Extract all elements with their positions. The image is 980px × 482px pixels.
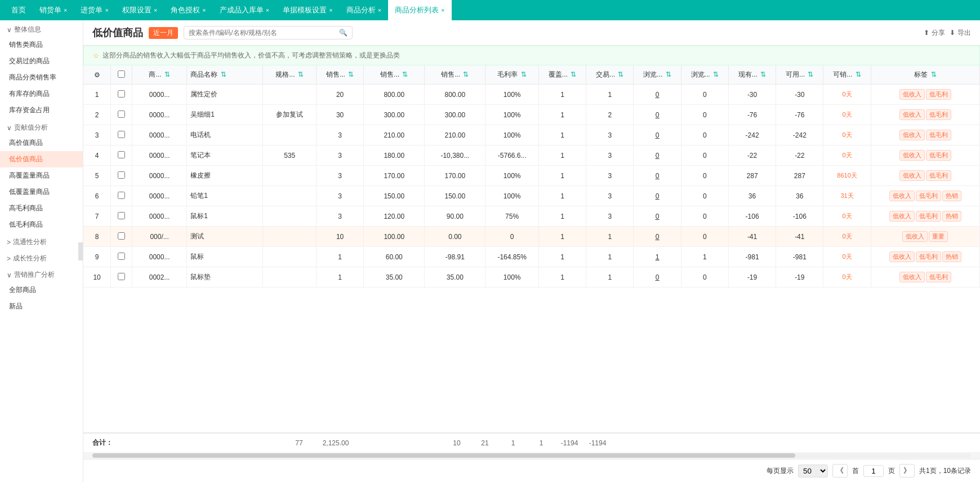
row-checkbox[interactable]: [118, 151, 125, 158]
sort-trade-icon[interactable]: ⇅: [618, 70, 623, 78]
cell-code[interactable]: 0000...: [132, 186, 186, 206]
cell-name[interactable]: 吴细细1: [187, 105, 263, 125]
cell-name[interactable]: 橡皮擦: [187, 166, 263, 186]
cell-browse1[interactable]: 0: [634, 267, 681, 288]
cell-code[interactable]: 0000...: [132, 247, 186, 267]
nav-goods-analysis[interactable]: 商品分析 ×: [340, 0, 388, 20]
cell-name[interactable]: 鼠标1: [187, 206, 263, 227]
cell-code[interactable]: 0000...: [132, 105, 186, 125]
sidebar-item-high-coverage[interactable]: 高覆盖量商品: [0, 167, 83, 184]
sort-margin-icon[interactable]: ⇅: [521, 70, 527, 78]
cell-browse1[interactable]: 0: [634, 105, 681, 125]
sort-amount-icon[interactable]: ⇅: [463, 70, 469, 78]
nav-close-role[interactable]: ×: [202, 7, 206, 14]
cell-browse1[interactable]: 0: [634, 186, 681, 206]
cell-name[interactable]: 测试: [187, 227, 263, 247]
sidebar-collapse-btn[interactable]: 《: [78, 242, 83, 260]
nav-goods-analysis-list[interactable]: 商品分析列表 ×: [388, 0, 451, 20]
sort-browse1-icon[interactable]: ⇅: [666, 70, 671, 78]
nav-close-sales[interactable]: ×: [64, 7, 67, 14]
sidebar-item-category-sales[interactable]: 商品分类销售率: [0, 69, 83, 86]
cell-name[interactable]: 鼠标: [187, 247, 263, 267]
search-input[interactable]: [189, 29, 337, 37]
cell-browse1[interactable]: 0: [634, 227, 681, 247]
nav-close-template[interactable]: ×: [329, 7, 332, 14]
sidebar-item-sales-goods[interactable]: 销售类商品: [0, 37, 83, 53]
sort-qty-icon[interactable]: ⇅: [348, 70, 354, 78]
cell-name[interactable]: 铅笔1: [187, 186, 263, 206]
sidebar-group-contribution[interactable]: ∨ 贡献值分析: [0, 118, 83, 135]
nav-close-goods-analysis[interactable]: ×: [378, 7, 381, 14]
cell-code[interactable]: 0000...: [132, 166, 186, 186]
row-checkbox[interactable]: [118, 212, 125, 219]
sort-browse2-icon[interactable]: ⇅: [713, 70, 719, 78]
nav-close-purchase[interactable]: ×: [105, 7, 108, 14]
cell-browse1[interactable]: 0: [634, 85, 681, 105]
cell-name[interactable]: 电话机: [187, 125, 263, 145]
nav-template[interactable]: 单据模板设置 ×: [276, 0, 339, 20]
search-icon[interactable]: 🔍: [339, 29, 348, 37]
row-checkbox[interactable]: [118, 131, 125, 138]
nav-home[interactable]: 首页: [5, 0, 33, 20]
nav-product-inbound[interactable]: 产成品入库单 ×: [213, 0, 276, 20]
sort-coverage-icon[interactable]: ⇅: [571, 70, 576, 78]
nav-permission[interactable]: 权限设置 ×: [115, 0, 164, 20]
row-checkbox[interactable]: [118, 232, 125, 240]
sidebar-item-stock-goods[interactable]: 有库存的商品: [0, 86, 83, 102]
sidebar-item-low-coverage[interactable]: 低覆盖量商品: [0, 184, 83, 200]
export-button[interactable]: ⬇ 导出: [950, 28, 971, 38]
cell-code[interactable]: 000/...: [132, 227, 186, 247]
next-page-btn[interactable]: 》: [899, 464, 915, 477]
sidebar-item-low-margin[interactable]: 低毛利商品: [0, 216, 83, 233]
row-checkbox[interactable]: [118, 171, 125, 179]
scrollbar[interactable]: [92, 453, 971, 458]
cell-name[interactable]: 鼠标垫: [187, 267, 263, 288]
first-page-btn[interactable]: 《: [832, 464, 848, 477]
cell-name[interactable]: 笔记本: [187, 145, 263, 166]
nav-close-product[interactable]: ×: [266, 7, 269, 14]
page-number-input[interactable]: [863, 465, 884, 477]
cell-browse1[interactable]: 0: [634, 166, 681, 186]
nav-purchase[interactable]: 进货单 ×: [74, 0, 115, 20]
nav-sales[interactable]: 销货单 ×: [33, 0, 74, 20]
settings-icon[interactable]: ⚙: [94, 71, 100, 79]
cell-browse1[interactable]: 0: [634, 206, 681, 227]
sidebar-item-traded-goods[interactable]: 交易过的商品: [0, 53, 83, 69]
share-button[interactable]: ⬆ 分享: [924, 28, 945, 38]
nav-role[interactable]: 角色授权 ×: [164, 0, 212, 20]
sort-spec-icon[interactable]: ⇅: [298, 70, 304, 78]
cell-code[interactable]: 0000...: [132, 85, 186, 105]
sort-tags-icon[interactable]: ⇅: [931, 70, 937, 78]
scrollbar-thumb[interactable]: [92, 453, 795, 458]
nav-close-goods-list[interactable]: ×: [441, 7, 444, 14]
row-checkbox[interactable]: [118, 253, 125, 260]
sidebar-item-high-margin[interactable]: 高毛利商品: [0, 200, 83, 216]
row-checkbox[interactable]: [118, 90, 125, 98]
sort-current-icon[interactable]: ⇅: [760, 70, 766, 78]
sort-code-icon[interactable]: ⇅: [164, 70, 170, 78]
sort-price-icon[interactable]: ⇅: [402, 70, 408, 78]
cell-code[interactable]: 0000...: [132, 206, 186, 227]
sidebar-item-all-goods[interactable]: 全部商品: [0, 282, 83, 298]
select-all-checkbox[interactable]: [118, 70, 125, 78]
row-checkbox[interactable]: [118, 192, 125, 199]
cell-browse1[interactable]: 1: [634, 247, 681, 267]
sort-sellable-icon[interactable]: ⇅: [856, 70, 861, 78]
cell-code[interactable]: 0000...: [132, 145, 186, 166]
cell-code[interactable]: 0000...: [132, 125, 186, 145]
sort-available-icon[interactable]: ⇅: [808, 70, 813, 78]
row-checkbox[interactable]: [118, 110, 125, 118]
per-page-select[interactable]: 50 100 200: [798, 465, 828, 477]
sidebar-item-high-value[interactable]: 高价值商品: [0, 135, 83, 151]
sort-name-icon[interactable]: ⇅: [221, 70, 226, 78]
sidebar-item-new-goods[interactable]: 新品: [0, 298, 83, 315]
row-checkbox[interactable]: [118, 273, 125, 280]
sidebar-group-marketing[interactable]: ∨ 营销推广分析: [0, 266, 83, 282]
filter-tag-recent[interactable]: 近一月: [149, 27, 178, 39]
cell-name[interactable]: 属性定价: [187, 85, 263, 105]
cell-browse1[interactable]: 0: [634, 125, 681, 145]
cell-browse1[interactable]: 0: [634, 145, 681, 166]
sidebar-item-low-value[interactable]: 低价值商品: [0, 151, 83, 167]
nav-close-permission[interactable]: ×: [154, 7, 157, 14]
sidebar-item-stock-funds[interactable]: 库存资金占用: [0, 102, 83, 118]
